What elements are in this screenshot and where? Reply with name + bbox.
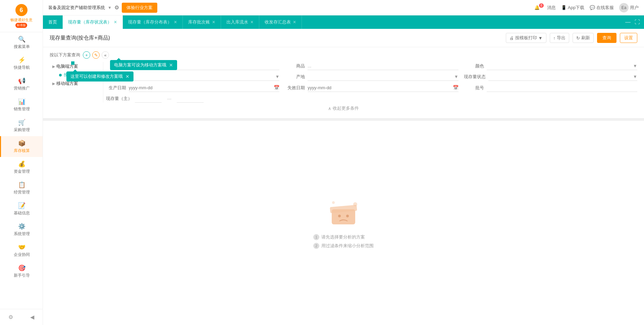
collapse-sidebar-icon[interactable]: ◀	[29, 313, 36, 322]
notification-item[interactable]: 🔔 8 消息	[534, 5, 556, 11]
svg-point-2	[338, 215, 341, 217]
sidebar-item-basic[interactable]: 📝 基础信息	[0, 199, 43, 219]
back-scheme-btn[interactable]: «	[102, 51, 109, 59]
edit-scheme-btn[interactable]: ✎	[92, 51, 100, 59]
batch-no-input[interactable]	[487, 84, 637, 92]
setting-btn[interactable]: 设置	[620, 33, 637, 43]
tab-close-batch[interactable]: ✕	[212, 20, 215, 24]
logo-text: 畅捷通好生意	[10, 17, 33, 22]
sidebar-item-purchase[interactable]: 🛒 采购管理	[0, 115, 43, 136]
collapse-btn[interactable]: ∧ 收起更多条件	[50, 103, 637, 114]
logo-badge: 标准版	[15, 23, 27, 28]
filter-row-1: 按 仓库 ... 商品 ... 颜色	[106, 62, 637, 70]
add-scheme-btn[interactable]: +	[83, 51, 90, 59]
header-right: 🔔 8 消息 📱 App下载 💬 在线客服 Ea 用户	[534, 3, 639, 12]
stock-main-from[interactable]	[135, 95, 162, 103]
export-icon: ↑	[553, 36, 556, 41]
production-date-input[interactable]: 📅	[129, 84, 279, 92]
tooltip2-close-icon[interactable]: ✕	[125, 74, 129, 79]
guide-icon: 🎯	[18, 264, 25, 272]
size-dropdown-icon: ▼	[275, 74, 279, 79]
tab-close-summary[interactable]: ✕	[293, 20, 296, 24]
tab-minimize-icon[interactable]: —	[624, 18, 632, 26]
tab-inventory-batch[interactable]: 库存批次账 ✕	[183, 15, 221, 29]
expiry-date-calendar-icon[interactable]: 📅	[453, 85, 459, 90]
tab-maximize-icon[interactable]: ⛶	[633, 18, 641, 26]
sidebar: 6 畅捷通好生意 标准版 🔍 搜索菜单 ⚡ 快捷导航 📢 营销推广 📊 销售管理…	[0, 0, 43, 325]
tooltip1-close-icon[interactable]: ✕	[169, 62, 173, 68]
sidebar-item-finance[interactable]: 💰 资金管理	[0, 157, 43, 178]
search-icon: 🔍	[18, 36, 25, 43]
tab-inventory-distribution[interactable]: 现存量（库存分布表） ✕	[123, 15, 183, 29]
stock-status-select[interactable]: ▼	[488, 73, 637, 81]
tab-home[interactable]: 首页	[43, 15, 63, 29]
expiry-date-input[interactable]: 📅	[308, 84, 458, 92]
size-select[interactable]: ▼	[129, 73, 279, 81]
tab-inventory-status[interactable]: 现存量（库存状况表） ✕	[63, 15, 123, 29]
color-dropdown-icon: ▼	[633, 63, 637, 68]
export-btn[interactable]: ↑ 导出	[550, 33, 570, 43]
stock-main-to[interactable]	[177, 95, 204, 103]
tip-num-2: 2	[313, 243, 319, 249]
service-icon: 💬	[590, 5, 595, 10]
expiry-date-text[interactable]	[308, 85, 452, 90]
tab-summary[interactable]: 收发存汇总表 ✕	[259, 15, 302, 29]
empty-state: 1 请先选择要分析的方案 2 用过滤条件来缩小分析范围	[43, 121, 644, 325]
tooltip-desktop-scheme: 电脑方案可设为移动方案哦 ✕	[110, 60, 177, 70]
print-btn[interactable]: 🖨 按模板打印 ▼	[506, 33, 546, 43]
tab-close-inventory-status[interactable]: ✕	[114, 20, 117, 24]
production-date-field: 生产日期 📅	[106, 84, 279, 92]
industry-btn[interactable]: 体验行业方案	[122, 3, 157, 13]
filter-row-2: 尺码 ▼ 产地 ▼	[106, 73, 637, 81]
header-left: 装备及固定资产辅助管理系统 ▼ ⚙ 体验行业方案	[48, 3, 157, 13]
refresh-icon: ↻	[576, 36, 580, 41]
app-download-item[interactable]: 📱 App下载	[561, 5, 584, 11]
quick-icon: ⚡	[18, 56, 25, 64]
sidebar-item-system[interactable]: ⚙️ 系统管理	[0, 219, 43, 240]
phone-icon: 📱	[561, 5, 567, 10]
expand-desktop-icon: ▶	[52, 64, 55, 69]
basic-icon: 📝	[18, 202, 25, 209]
sidebar-item-sales[interactable]: 📊 销售管理	[0, 95, 43, 115]
system-dropdown-icon[interactable]: ▼	[108, 5, 112, 10]
cooperation-icon: 🤝	[18, 243, 25, 251]
origin-select[interactable]: ▼	[308, 73, 458, 81]
sidebar-item-marketing[interactable]: 📢 营销推广	[0, 74, 43, 95]
refresh-btn[interactable]: ↻ 刷新	[573, 33, 594, 43]
sidebar-item-quick[interactable]: ⚡ 快捷导航	[0, 53, 43, 74]
production-date-text[interactable]	[129, 85, 274, 90]
tab-inout-flow[interactable]: 出入库流水 ✕	[221, 15, 259, 29]
stock-status-field: 现存量状态 ▼	[464, 73, 637, 81]
tab-bar-end: — ⛶	[624, 18, 644, 26]
user-item[interactable]: Ea 用户	[619, 3, 639, 12]
online-service-item[interactable]: 💬 在线客服	[590, 5, 614, 11]
origin-dropdown-icon: ▼	[454, 74, 459, 79]
color-field: 颜色 ▼	[464, 62, 637, 70]
goods-field: 商品 ...	[285, 62, 458, 70]
expand-mobile-icon: ▶	[52, 82, 55, 86]
sidebar-item-guide[interactable]: 🎯 新手引导	[0, 261, 43, 282]
origin-field: 产地 ▼	[285, 73, 458, 81]
range-separator: —	[167, 96, 171, 101]
goods-select[interactable]: ...	[308, 62, 458, 70]
system-name: 装备及固定资产辅助管理系统	[48, 5, 105, 11]
tab-close-inout[interactable]: ✕	[250, 20, 254, 24]
finance-icon: 💰	[18, 160, 25, 168]
production-date-calendar-icon[interactable]: 📅	[274, 85, 279, 90]
settings-gear-icon[interactable]: ⚙	[114, 4, 119, 11]
settings-bottom-icon[interactable]: ⚙	[7, 313, 14, 322]
page-title: 现存量查询(按仓库+商品)	[50, 35, 110, 42]
empty-illustration	[327, 196, 360, 226]
tab-bar: 首页 现存量（库存状况表） ✕ 现存量（库存分布表） ✕ 库存批次账 ✕ 出入库…	[43, 15, 644, 29]
filter-icons: + ✎ «	[83, 51, 109, 59]
sidebar-item-inventory[interactable]: 📦 库存核算	[0, 136, 43, 157]
purchase-icon: 🛒	[18, 119, 25, 126]
tab-close-distribution[interactable]: ✕	[174, 20, 177, 24]
sidebar-item-search[interactable]: 🔍 搜索菜单	[0, 32, 43, 53]
query-btn[interactable]: 查询	[597, 33, 616, 43]
color-select[interactable]: ▼	[487, 62, 637, 70]
sidebar-item-management[interactable]: 📋 经营管理	[0, 178, 43, 199]
main-area: 装备及固定资产辅助管理系统 ▼ ⚙ 体验行业方案 🔔 8 消息 📱 App下载 …	[43, 0, 644, 325]
goods-dots: ...	[308, 63, 311, 68]
sidebar-item-cooperation[interactable]: 🤝 企业协同	[0, 240, 43, 261]
